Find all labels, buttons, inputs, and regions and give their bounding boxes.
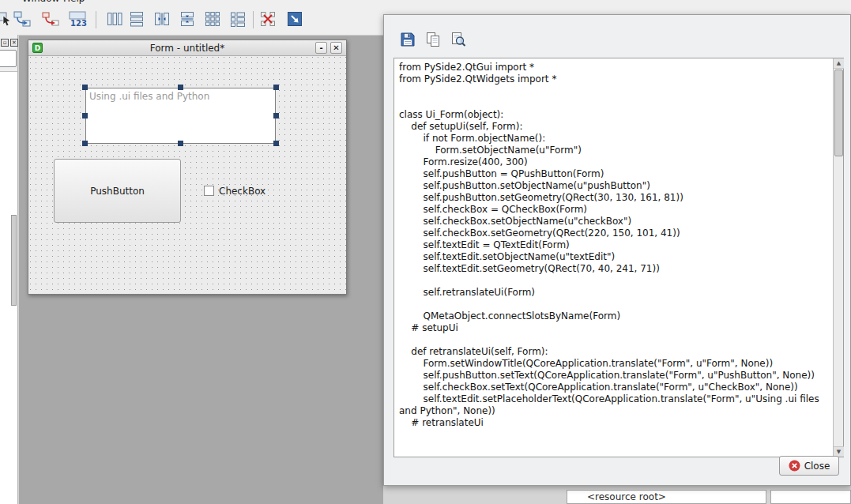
lay-out-horizontally-in-splitter-button[interactable] <box>151 8 173 30</box>
widget-box-panel: ▫ ✕ <box>0 35 18 504</box>
menu-item-window[interactable]: Window <box>22 0 59 4</box>
copy-button[interactable] <box>423 29 443 50</box>
resource-browser-panel: <resource root> <box>567 490 766 504</box>
break-layout-icon <box>259 10 277 28</box>
dock-close-button[interactable]: ✕ <box>10 39 18 47</box>
lay-out-horizontally-icon <box>106 10 123 28</box>
close-circle-icon <box>789 460 800 472</box>
scroll-up-arrow-icon[interactable]: ▲ <box>834 58 844 69</box>
save-icon <box>399 31 416 48</box>
selection-handle-top-right[interactable] <box>273 85 279 90</box>
selection-handle-bottom-right[interactable] <box>273 141 279 146</box>
edit-buddies-button[interactable] <box>40 8 62 30</box>
textedit-placeholder: Using .ui files and Python <box>89 91 209 102</box>
lay-out-vertically-icon <box>128 10 145 28</box>
adjust-size-icon <box>286 10 303 28</box>
edit-tab-order-button[interactable]: 123 <box>66 8 88 30</box>
pushbutton-widget[interactable]: PushButton <box>54 159 181 223</box>
form-titlebar[interactable]: D Form - untitled* - ✕ <box>28 40 346 56</box>
lay-out-in-form-layout-button[interactable] <box>227 8 249 30</box>
widget-list[interactable] <box>0 71 17 504</box>
form-window-icon: D <box>32 43 43 53</box>
code-preview-dialog: from PySide2.QtGui import * from PySide2… <box>383 14 851 486</box>
edit-tab-order-icon: 123 <box>68 9 87 28</box>
menu-item-help[interactable]: Help <box>63 0 85 4</box>
menubar: Window Help <box>0 0 851 6</box>
textedit-widget[interactable]: Using .ui files and Python <box>85 88 276 144</box>
find-button[interactable] <box>448 29 469 50</box>
selection-handle-top-left[interactable] <box>82 85 88 90</box>
widget-list-scrollbar[interactable] <box>11 215 17 306</box>
toolbar-separator <box>96 11 96 28</box>
selection-handle-bottom-left[interactable] <box>82 141 88 146</box>
close-button[interactable]: Close <box>779 456 839 476</box>
checkbox-widget[interactable]: CheckBox <box>204 175 284 207</box>
lay-out-vertically-in-splitter-icon <box>179 10 196 28</box>
form-canvas[interactable]: Using .ui files and Python PushButton Ch… <box>30 56 346 293</box>
copy-icon <box>424 31 442 48</box>
save-button[interactable] <box>397 29 418 50</box>
close-button-label: Close <box>804 461 830 472</box>
lay-out-horizontally-in-splitter-icon <box>153 10 171 28</box>
form-window-title: Form - untitled* <box>28 43 346 54</box>
widget-filter-input[interactable] <box>0 50 17 67</box>
lay-out-in-grid-icon <box>204 10 221 28</box>
selection-handle-middle-left[interactable] <box>82 113 88 118</box>
bottom-right-panel <box>770 490 851 504</box>
code-view[interactable]: from PySide2.QtGui import * from PySide2… <box>393 58 844 457</box>
form-designer-window: D Form - untitled* - ✕ Using .ui files a… <box>28 39 347 295</box>
close-window-button[interactable]: ✕ <box>330 42 342 54</box>
code-scrollbar[interactable]: ▲ ▼ <box>833 58 843 457</box>
adjust-size-button[interactable] <box>284 8 306 30</box>
lay-out-vertically-in-splitter-button[interactable] <box>176 8 198 30</box>
lay-out-in-grid-button[interactable] <box>201 8 224 30</box>
selection-handle-top-center[interactable] <box>178 85 183 90</box>
edit-signals-slots-button[interactable] <box>11 8 33 30</box>
resource-root-item[interactable]: <resource root> <box>587 491 666 502</box>
minimize-button[interactable]: - <box>315 42 327 54</box>
break-layout-button[interactable] <box>257 8 279 30</box>
edit-buddies-icon <box>41 9 60 28</box>
checkbox-indicator[interactable] <box>204 186 214 196</box>
lay-out-horizontally-button[interactable] <box>104 8 126 30</box>
code-text[interactable]: from PySide2.QtGui import * from PySide2… <box>394 58 831 452</box>
code-scrollbar-thumb[interactable] <box>834 70 843 156</box>
lay-out-vertically-button[interactable] <box>126 8 148 30</box>
lay-out-in-form-layout-icon <box>229 10 247 28</box>
find-icon <box>450 31 467 48</box>
selection-handle-bottom-center[interactable] <box>178 141 183 146</box>
svg-text:123: 123 <box>70 19 87 28</box>
qt-designer-window: { "menubar": { "items": [ { "label": "Wi… <box>0 0 851 504</box>
dock-float-button[interactable]: ▫ <box>1 39 9 47</box>
checkbox-label: CheckBox <box>219 186 265 197</box>
toolbar-separator <box>253 11 254 28</box>
selection-handle-middle-right[interactable] <box>273 113 279 118</box>
edit-signals-slots-icon <box>13 9 32 28</box>
